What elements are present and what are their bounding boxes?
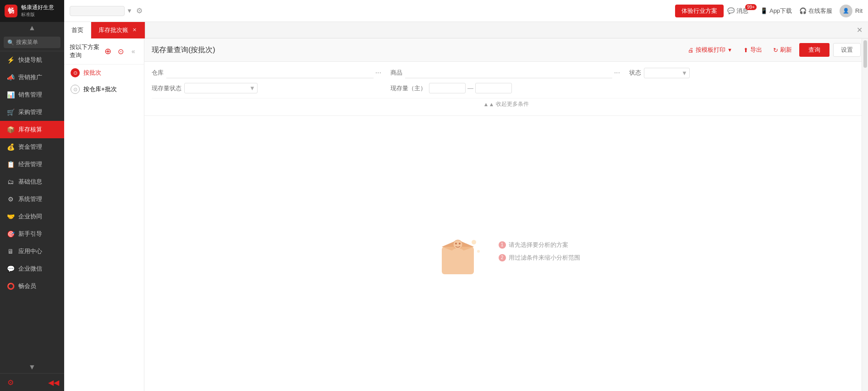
base-icon: 🗂 (6, 178, 15, 186)
sidebar-item-marketing[interactable]: 📣 营销推广 (0, 69, 64, 86)
filter-stock-status-field: 现存量状态 ▼ (152, 83, 383, 93)
finance-icon: 💰 (6, 143, 15, 151)
sidebar-item-label: 应用中心 (18, 247, 42, 255)
user-area[interactable]: 👤 Rit (840, 5, 863, 17)
sidebar-item-finance[interactable]: 💰 资金管理 (0, 138, 64, 156)
svg-point-6 (459, 243, 461, 244)
add-plan-btn[interactable]: ⊕ (103, 46, 113, 56)
sidebar-item-base[interactable]: 🗂 基础信息 (0, 173, 64, 190)
tab-area-close[interactable]: ✕ (851, 26, 868, 34)
sidebar-item-corp-wechat[interactable]: 💬 企业微信 (0, 260, 64, 277)
query-button[interactable]: 查询 (799, 43, 830, 57)
sidebar-item-label: 企业协同 (18, 212, 42, 221)
tab-home[interactable]: 首页 (64, 22, 91, 38)
stock-status-label: 现存量状态 (152, 84, 181, 92)
warehouse-more-icon[interactable]: ··· (374, 69, 383, 77)
empty-illustration (433, 226, 488, 281)
hint-num-1: 1 (499, 241, 506, 249)
sidebar-item-purchase[interactable]: 🛒 采购管理 (0, 103, 64, 121)
stock-qty-label: 现存量（主） (390, 84, 426, 92)
sidebar-header: 畅 畅康通好生意 标准版 (0, 0, 64, 22)
user-name: Rit (855, 7, 863, 14)
empty-hint-1: 1 请先选择要分析的方案 (499, 241, 580, 249)
svg-point-4 (451, 248, 464, 257)
print-label: 按模板打印 (696, 46, 725, 54)
left-panel-actions: ⊕ ⊙ « (103, 46, 138, 56)
sidebar-item-system[interactable]: ⚙ 系统管理 (0, 190, 64, 208)
messages-count: 99+ (745, 4, 757, 10)
stock-qty-dash: — (467, 85, 473, 92)
svg-point-3 (453, 240, 462, 249)
goods-more-icon[interactable]: ··· (612, 69, 622, 77)
plan-item-by-warehouse-batch[interactable]: ⊙ 按仓库+批次 (64, 81, 144, 98)
right-scrollbar[interactable] (862, 38, 868, 391)
plan-by-wh-batch-icon: ⊙ (71, 85, 80, 94)
goods-input[interactable] (405, 67, 612, 78)
industry-solution-button[interactable]: 体验行业方案 (675, 5, 724, 17)
operations-icon: 📋 (6, 160, 15, 168)
sidebar-scroll-up[interactable]: ▲ (0, 22, 64, 34)
sidebar-item-label: 经营管理 (18, 160, 42, 168)
sidebar-scroll-down[interactable]: ▼ (0, 361, 64, 373)
left-panel-header: 按以下方案查询 ⊕ ⊙ « (64, 38, 144, 65)
headset-icon: 🎧 (799, 7, 807, 14)
print-dropdown-icon[interactable]: ▼ (727, 47, 732, 53)
filter-warehouse-field: 仓库 ··· (152, 67, 383, 78)
tab-inventory-batch[interactable]: 库存批次账 ✕ (91, 22, 145, 38)
sidebar-item-member[interactable]: ⭕ 畅会员 (0, 277, 64, 295)
user-avatar: 👤 (840, 5, 852, 17)
page-header-actions: 🖨 按模板打印 ▼ ⬆ 导出 ↻ 刷新 查询 设置 (684, 43, 861, 57)
plan-item-by-batch[interactable]: ⊙ 按批次 (64, 65, 144, 81)
marketing-icon: 📣 (6, 73, 15, 81)
export-btn[interactable]: ⬆ 导出 (740, 44, 766, 55)
messages-badge-container[interactable]: 💬 消息 99+ (727, 7, 753, 15)
stock-status-select[interactable] (184, 83, 258, 93)
sidebar-item-app-center[interactable]: 🖥 应用中心 (0, 243, 64, 260)
app-center-icon: 🖥 (6, 247, 15, 255)
refresh-icon: ↻ (773, 47, 778, 54)
topbar-right: 💬 消息 99+ 📱 App下载 🎧 在线客服 👤 Rit (727, 5, 863, 17)
stock-qty-max-input[interactable] (475, 83, 512, 93)
topbar-search-input[interactable] (70, 6, 125, 16)
collapse-panel-btn[interactable]: « (128, 46, 138, 56)
topbar-dropdown-icon[interactable]: ▼ (126, 7, 132, 14)
app-download-container[interactable]: 📱 App下载 (760, 7, 792, 15)
export-icon: ⬆ (743, 47, 748, 54)
sidebar-item-label: 采购管理 (18, 108, 42, 116)
collapse-more-conditions[interactable]: ▲▲ 收起更多条件 (152, 98, 861, 110)
sidebar-item-inventory[interactable]: 📦 库存核算 (0, 121, 64, 138)
settings-plan-btn[interactable]: ⊙ (115, 46, 126, 56)
stock-qty-min-input[interactable] (429, 83, 466, 93)
refresh-btn[interactable]: ↻ 刷新 (769, 44, 796, 55)
sidebar-item-label: 库存核算 (18, 125, 42, 134)
hint-text-2: 用过滤条件来缩小分析范围 (509, 254, 580, 262)
sidebar-item-quick-nav[interactable]: ⚡ 快捷导航 (0, 51, 64, 69)
tab-inventory-batch-label: 库存批次账 (99, 26, 128, 34)
print-btn[interactable]: 🖨 按模板打印 ▼ (684, 44, 736, 55)
search-icon: 🔍 (7, 39, 14, 46)
sidebar-item-enterprise[interactable]: 🤝 企业协同 (0, 208, 64, 225)
sidebar-item-label: 企业微信 (18, 265, 42, 273)
filter-area: 仓库 ··· 商品 ··· 状态 ▼ (144, 62, 868, 116)
sidebar-search-box[interactable]: 🔍 搜索菜单 (4, 37, 60, 48)
svg-point-7 (472, 240, 476, 244)
tab-close-btn[interactable]: ✕ (131, 27, 137, 33)
stock-qty-range: — (429, 83, 512, 93)
sidebar-item-operations[interactable]: 📋 经营管理 (0, 156, 64, 173)
settings-button[interactable]: 设置 (833, 43, 861, 57)
purchase-icon: 🛒 (6, 108, 15, 116)
online-service-container[interactable]: 🎧 在线客服 (799, 7, 832, 15)
sidebar-item-newbie[interactable]: 🎯 新手引导 (0, 225, 64, 243)
warehouse-input[interactable] (166, 67, 374, 78)
plan-by-batch-label: 按批次 (83, 69, 101, 77)
topbar-gear-icon[interactable]: ⚙ (134, 6, 144, 16)
sidebar-search-label: 搜索菜单 (16, 38, 38, 46)
sidebar-collapse-btn[interactable]: ◀◀ (49, 377, 59, 387)
sidebar-settings-btn[interactable]: ⚙ (5, 377, 16, 387)
warehouse-label: 仓库 (152, 69, 164, 77)
app-title: 畅康通好生意 (21, 4, 54, 11)
filter-stock-qty-field: 现存量（主） — (390, 83, 622, 93)
status-select[interactable] (644, 68, 690, 78)
sidebar-item-sales[interactable]: 📊 销售管理 (0, 86, 64, 103)
page-header: 现存量查询(按批次) 🖨 按模板打印 ▼ ⬆ 导出 ↻ 刷新 (144, 38, 868, 62)
